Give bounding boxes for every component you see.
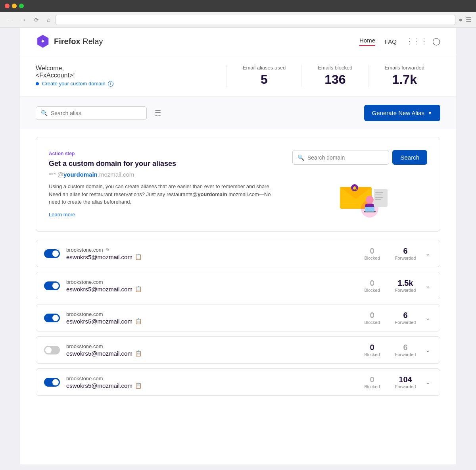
back-button[interactable]: ← — [5, 15, 15, 25]
toolbar: 🔍 ☴ Generate New Alias ▼ — [20, 97, 456, 129]
forwarded-count: 6 — [393, 311, 417, 320]
custom-domain-link[interactable]: Create your custom domain i — [36, 81, 226, 87]
forwarded-label-sm: Forwarded — [393, 384, 417, 389]
svg-rect-10 — [374, 189, 388, 207]
forwarded-label-sm: Forwarded — [393, 352, 417, 357]
forwarded-value: 1.7k — [385, 72, 424, 87]
aliases-value: 5 — [243, 72, 286, 87]
alias-expand-icon[interactable]: ⌄ — [424, 280, 432, 291]
alias-email: eswokrs5@mozmail.com 📋 — [66, 350, 354, 357]
forwarded-label: Emails forwarded — [385, 65, 424, 71]
action-description: Using a custom domain, you can create al… — [49, 183, 280, 206]
edit-icon[interactable]: ✎ — [106, 247, 109, 252]
generate-alias-button[interactable]: Generate New Alias ▼ — [364, 105, 440, 121]
forwarded-count: 6 — [393, 343, 417, 352]
action-content: Action step Get a custom domain for your… — [49, 151, 280, 218]
home-button[interactable]: ⌂ — [44, 15, 52, 25]
learn-more-link[interactable]: Learn more — [49, 212, 75, 218]
forwarded-count: 6 — [393, 247, 417, 256]
svg-rect-9 — [365, 207, 374, 212]
dot-green — [19, 4, 24, 8]
blue-dot-icon — [36, 82, 39, 85]
alias-site: brookstone.com ✎ — [66, 247, 354, 253]
alias-card: brookstone.com eswokrs5@mozmail.com 📋 0 … — [36, 272, 440, 299]
alias-blocked-stat: 0 Blocked — [360, 247, 384, 260]
copy-icon[interactable]: 📋 — [135, 254, 142, 260]
blocked-count: 0 — [360, 247, 384, 256]
account-button[interactable]: ◯ — [432, 37, 440, 46]
logo: ✦ Firefox Relay — [36, 34, 103, 48]
alias-blocked-stat: 0 Blocked — [360, 311, 384, 325]
svg-rect-13 — [375, 197, 383, 198]
alias-toggle[interactable] — [44, 314, 60, 322]
search-alias-wrap: 🔍 — [36, 106, 147, 120]
action-right: 🔍 Search — [292, 150, 427, 219]
domain-search-input[interactable] — [307, 154, 384, 161]
domain-search-button[interactable]: Search — [392, 150, 427, 165]
forwarded-label-sm: Forwarded — [393, 256, 417, 260]
forwarded-count: 104 — [393, 375, 417, 384]
copy-icon[interactable]: 📋 — [135, 286, 142, 292]
blocked-label-sm: Blocked — [360, 384, 384, 389]
copy-icon[interactable]: 📋 — [135, 350, 142, 356]
nav-home[interactable]: Home — [359, 37, 375, 46]
forward-button[interactable]: → — [18, 15, 29, 25]
address-bar[interactable] — [56, 15, 455, 25]
blocked-count: 0 — [360, 375, 384, 384]
alias-forwarded-stat: 104 Forwarded — [393, 375, 417, 389]
filter-button[interactable]: ☴ — [152, 106, 164, 121]
reload-button[interactable]: ⟳ — [32, 15, 41, 25]
search-alias-input[interactable] — [51, 110, 142, 116]
blocked-label-sm: Blocked — [360, 320, 384, 325]
copy-icon[interactable]: 📋 — [135, 318, 142, 324]
nav-links: Home FAQ ⋮⋮⋮ ◯ — [359, 37, 440, 46]
alias-stats: 0 Blocked 6 Forwarded — [360, 343, 417, 357]
svg-text:✦: ✦ — [40, 38, 45, 44]
blocked-count: 0 — [360, 311, 384, 320]
alias-stats: 0 Blocked 6 Forwarded — [360, 311, 417, 325]
stat-block-aliases: Email aliases used 5 — [226, 65, 301, 87]
aliases-label: Email aliases used — [243, 65, 286, 71]
logo-text: Firefox Relay — [54, 37, 103, 46]
alias-blocked-stat: 0 Blocked — [360, 279, 384, 293]
alias-toggle[interactable] — [44, 378, 60, 387]
custom-domain-illustration: 🔔 — [324, 171, 395, 219]
alias-info: brookstone.com eswokrs5@mozmail.com 📋 — [66, 279, 354, 293]
browser-toolbar: ← → ⟳ ⌂ ● ☰ — [0, 12, 476, 28]
menu-icon: ☰ — [466, 16, 471, 23]
alias-expand-icon[interactable]: ⌄ — [424, 377, 432, 387]
copy-icon[interactable]: 📋 — [135, 382, 142, 389]
apps-button[interactable]: ⋮⋮⋮ — [406, 37, 428, 46]
alias-stats: 0 Blocked 6 Forwarded — [360, 247, 417, 260]
forwarded-count: 1.5k — [393, 279, 417, 288]
svg-rect-11 — [375, 192, 383, 193]
search-alias-icon: 🔍 — [41, 110, 48, 116]
svg-rect-12 — [375, 195, 382, 195]
alias-expand-icon[interactable]: ⌄ — [424, 248, 432, 259]
alias-list: brookstone.com ✎ eswokrs5@mozmail.com 📋 … — [20, 240, 456, 412]
nav-faq[interactable]: FAQ — [385, 38, 397, 45]
blocked-label-sm: Blocked — [360, 352, 384, 357]
alias-email: eswokrs5@mozmail.com 📋 — [66, 382, 354, 389]
welcome-block: Welcome, <FxAccount>! Create your custom… — [36, 65, 226, 87]
alias-toggle[interactable] — [44, 281, 60, 290]
alias-forwarded-stat: 6 Forwarded — [393, 343, 417, 357]
header: ✦ Firefox Relay Home FAQ ⋮⋮⋮ ◯ — [20, 28, 456, 55]
svg-rect-14 — [375, 199, 381, 200]
alias-expand-icon[interactable]: ⌄ — [424, 312, 432, 323]
alias-toggle[interactable] — [44, 346, 60, 354]
nav-icons: ⋮⋮⋮ ◯ — [406, 37, 440, 46]
blocked-label-sm: Blocked — [360, 288, 384, 293]
alias-site: brookstone.com — [66, 279, 354, 285]
alias-forwarded-stat: 1.5k Forwarded — [393, 279, 417, 293]
alias-expand-icon[interactable]: ⌄ — [424, 345, 432, 355]
action-domain-preview: *** @yourdomain.mozmail.com — [49, 171, 280, 178]
alias-stats: 0 Blocked 1.5k Forwarded — [360, 279, 417, 293]
alias-toggle[interactable] — [44, 249, 60, 258]
forwarded-label-sm: Forwarded — [393, 320, 417, 325]
stats-section: Welcome, <FxAccount>! Create your custom… — [20, 55, 456, 97]
alias-card: brookstone.com ✎ eswokrs5@mozmail.com 📋 … — [36, 240, 440, 267]
stat-block-blocked: Emails blocked 136 — [301, 65, 368, 87]
profile-icon: ● — [459, 16, 463, 23]
alias-site: brookstone.com — [66, 343, 354, 349]
